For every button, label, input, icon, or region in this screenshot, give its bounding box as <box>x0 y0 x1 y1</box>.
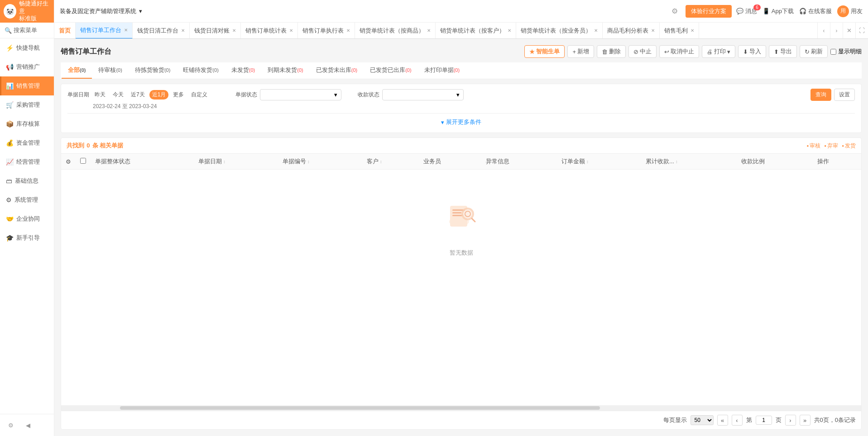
first-page-btn[interactable]: « <box>717 415 728 426</box>
delete-btn[interactable]: 🗑 删除 <box>597 45 626 58</box>
sidebar-item-sales[interactable]: 📊销售管理 <box>0 76 54 95</box>
refresh-btn[interactable]: ↻ 刷新 <box>800 45 828 58</box>
industry-btn[interactable]: 体验行业方案 <box>686 5 732 18</box>
subtab-expired_not_shipped[interactable]: 到期未发货(0) <box>261 62 309 79</box>
sidebar-item-quicknav[interactable]: ⚡快捷导航 <box>0 38 54 57</box>
tab-close-order_exec[interactable]: ✕ <box>346 28 350 33</box>
expand-btn[interactable]: ▾ 展开更多条件 <box>437 116 485 128</box>
th-checkbox[interactable] <box>76 154 91 170</box>
subtab-unprinted[interactable]: 未打印单据(0) <box>418 62 466 79</box>
ship-action[interactable]: 发货 <box>842 142 856 150</box>
import-btn[interactable]: ⬇ 导入 <box>738 45 766 58</box>
tab-close-cash_reconcile[interactable]: ✕ <box>232 28 236 33</box>
subtab-pending_inspect[interactable]: 待拣货验货(0) <box>129 62 177 79</box>
sidebar-item-purchase[interactable]: 🛒采购管理 <box>0 95 54 114</box>
print-btn[interactable]: 🖨 打印 ▾ <box>702 45 735 58</box>
per-page-select[interactable]: 50 100 200 <box>691 415 714 425</box>
th-number[interactable]: 单据编号 <box>278 154 362 170</box>
subtab-not_shipped[interactable]: 未发货(0) <box>225 62 261 79</box>
prev-page-btn[interactable]: ‹ <box>732 415 743 426</box>
payment-select[interactable]: ▾ <box>382 89 464 100</box>
message-btn[interactable]: 💬 6 消息 <box>736 7 757 15</box>
settings-gear-icon[interactable]: ⚙ <box>668 5 681 18</box>
tab-sales_stats_staff[interactable]: 销货单统计表（按业务员）✕ <box>516 23 603 39</box>
table-scroll[interactable]: ⚙ 单据整体状态 单据日期 单据编号 客户 业务员 异常信息 订单金额 累计收款… <box>61 154 861 405</box>
next-page-btn[interactable]: › <box>785 415 796 426</box>
show-detail-toggle[interactable]: 显示明细 <box>830 47 862 56</box>
th-date[interactable]: 单据日期 <box>194 154 278 170</box>
tab-close-sales_stats_product[interactable]: ✕ <box>427 28 431 33</box>
search-menu[interactable]: 🔍 搜索菜单 <box>0 23 54 38</box>
sidebar-item-finance[interactable]: 💰资金管理 <box>0 133 54 152</box>
date-opt-今天[interactable]: 今天 <box>110 90 126 100</box>
tab-gross_profit[interactable]: 商品毛利分析表✕ <box>603 23 660 39</box>
tab-sales_workbench[interactable]: 销售订单工作台✕ <box>76 23 133 39</box>
tab-close-all-btn[interactable]: ✕ <box>843 23 855 39</box>
tab-close-sales_stats_customer[interactable]: ✕ <box>508 28 511 33</box>
sidebar-item-marketing[interactable]: 📢营销推广 <box>0 57 54 76</box>
sidebar-item-system[interactable]: ⚙系统管理 <box>0 190 54 209</box>
query-btn[interactable]: 查询 <box>810 89 831 101</box>
message-icon: 💬 <box>736 8 743 14</box>
sidebar-item-guide[interactable]: 🎓新手引导 <box>0 228 54 247</box>
tab-close-sales_stats_staff[interactable]: ✕ <box>594 28 598 33</box>
add-btn[interactable]: + 新增 <box>567 45 594 58</box>
tab-sales_gross[interactable]: 销售毛利✕ <box>660 23 699 39</box>
page-input[interactable] <box>756 416 772 425</box>
tab-close-gross_profit[interactable]: ✕ <box>651 28 655 33</box>
collapse-icon[interactable]: ◀ <box>22 419 34 431</box>
export-btn[interactable]: ⬆ 导出 <box>769 45 797 58</box>
cancel-review-action[interactable]: 弃审 <box>824 142 838 150</box>
subtab-shop_pending[interactable]: 旺铺待发货(0) <box>177 62 225 79</box>
subtab-label-all: 全部 <box>68 66 80 73</box>
online-service-btn[interactable]: 🎧 在线客服 <box>799 7 832 15</box>
th-customer[interactable]: 客户 <box>362 154 419 170</box>
stop-btn[interactable]: ⊘ 中止 <box>628 45 657 58</box>
date-opt-近7天[interactable]: 近7天 <box>128 90 148 100</box>
subtab-all[interactable]: 全部(0) <box>62 62 92 79</box>
app-download-btn[interactable]: 📱 App下载 <box>762 7 794 15</box>
tab-maximize-btn[interactable]: ⛶ <box>855 23 868 39</box>
subtab-count-not_shipped: (0) <box>249 67 255 73</box>
tab-order_stats[interactable]: 销售订单统计表✕ <box>241 23 298 39</box>
subtab-label-shipped_not_warehouse: 已发货未出库 <box>316 66 351 73</box>
tab-close-sales_gross[interactable]: ✕ <box>691 28 694 33</box>
date-opt-昨天[interactable]: 昨天 <box>92 90 108 100</box>
tab-next-btn[interactable]: › <box>830 23 843 39</box>
subtab-shipped_not_warehouse[interactable]: 已发货未出库(0) <box>310 62 364 79</box>
last-page-btn[interactable]: » <box>800 415 810 426</box>
tab-sales_stats_product[interactable]: 销货单统计表（按商品）✕ <box>355 23 436 39</box>
sidebar-item-enterprise[interactable]: 🤝企业协同 <box>0 209 54 228</box>
sidebar-item-basic[interactable]: 🗃基础信息 <box>0 171 54 190</box>
scrollbar-thumb[interactable] <box>120 406 600 410</box>
settings-icon[interactable]: ⚙ <box>5 419 17 431</box>
tab-close-sales_workbench[interactable]: ✕ <box>124 28 128 33</box>
review-action[interactable]: 审核 <box>806 142 820 150</box>
date-opt-更多[interactable]: 更多 <box>170 90 187 100</box>
sidebar-item-inventory[interactable]: 📦库存核算 <box>0 114 54 133</box>
title-dropdown[interactable]: ▾ <box>139 8 142 14</box>
tab-close-order_stats[interactable]: ✕ <box>289 28 293 33</box>
subtab-pending_review[interactable]: 待审核(0) <box>92 62 128 79</box>
tab-cash_reconcile[interactable]: 钱货日清对账✕ <box>190 23 241 39</box>
cancel-stop-btn[interactable]: ↩ 取消中止 <box>659 45 699 58</box>
date-opt-自定义[interactable]: 自定义 <box>188 90 210 100</box>
tab-order_exec[interactable]: 销售订单执行表✕ <box>298 23 355 39</box>
horizontal-scrollbar[interactable] <box>61 405 861 411</box>
tab-close-cash_daily[interactable]: ✕ <box>181 28 185 33</box>
date-opt-近1月[interactable]: 近1月 <box>149 90 169 100</box>
status-select[interactable]: ▾ <box>260 89 341 100</box>
tab-label-order_stats: 销售订单统计表 <box>245 27 287 35</box>
user-btn[interactable]: 用 用友 <box>837 5 863 17</box>
tab-sales_stats_customer[interactable]: 销货单统计表（按客户）✕ <box>436 23 516 39</box>
subtab-shipped_warehouse[interactable]: 已发货已出库(0) <box>364 62 417 79</box>
smart-create-btn[interactable]: ★ 智能生单 <box>524 45 565 58</box>
th-amount[interactable]: 订单金额 <box>557 154 641 170</box>
th-received[interactable]: 累计收款... <box>641 154 737 170</box>
filter-settings-btn[interactable]: 设置 <box>834 89 855 101</box>
tab-cash_daily[interactable]: 钱货日清工作台✕ <box>133 23 190 39</box>
tab-prev-btn[interactable]: ‹ <box>817 23 830 39</box>
tab-home[interactable]: 首页 <box>54 23 76 39</box>
sidebar-item-operations[interactable]: 📈经营管理 <box>0 152 54 171</box>
th-settings[interactable]: ⚙ <box>61 154 76 170</box>
